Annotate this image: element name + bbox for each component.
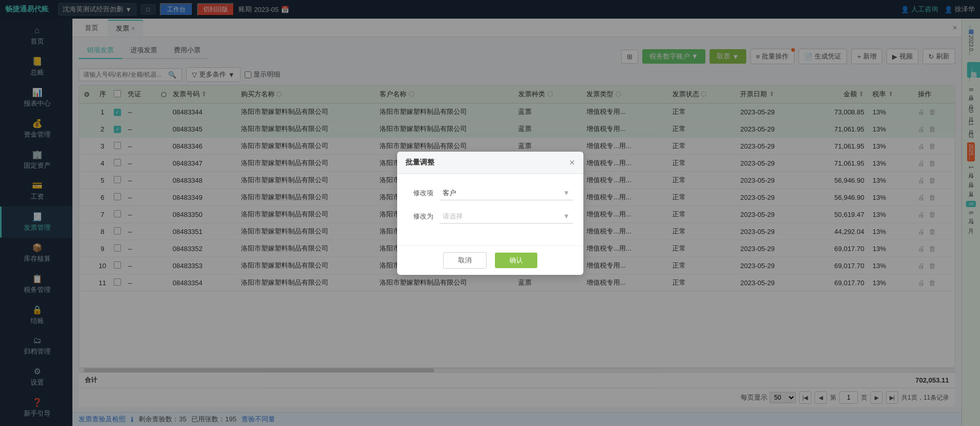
modal-footer: 取消 确认 <box>397 245 583 275</box>
modify-item-label: 修改项 <box>408 188 433 198</box>
confirm-btn[interactable]: 确认 <box>495 253 537 268</box>
modal-close-btn[interactable]: × <box>569 158 575 167</box>
modal-title: 批量调整 <box>405 158 434 167</box>
modify-item-dropdown-icon: ▼ <box>563 189 570 197</box>
modal-overlay[interactable]: 批量调整 × 修改项 客户 ▼ 修改为 请选择 ▼ 取消 确认 <box>0 0 980 426</box>
cancel-btn[interactable]: 取消 <box>443 252 487 269</box>
modify-to-placeholder: 请选择 <box>443 212 463 221</box>
modify-item-value: 客户 <box>443 188 456 198</box>
modify-to-dropdown-icon: ▼ <box>563 212 570 220</box>
batch-adjust-modal: 批量调整 × 修改项 客户 ▼ 修改为 请选择 ▼ 取消 确认 <box>397 152 583 275</box>
modify-to-select[interactable]: 请选择 ▼ <box>440 210 573 224</box>
modal-body: 修改项 客户 ▼ 修改为 请选择 ▼ <box>397 174 583 245</box>
modify-to-label: 修改为 <box>408 212 433 221</box>
modify-to-row: 修改为 请选择 ▼ <box>408 210 573 224</box>
modal-header: 批量调整 × <box>397 152 583 174</box>
modify-item-select[interactable]: 客户 ▼ <box>440 186 573 200</box>
modify-item-row: 修改项 客户 ▼ <box>408 186 573 200</box>
